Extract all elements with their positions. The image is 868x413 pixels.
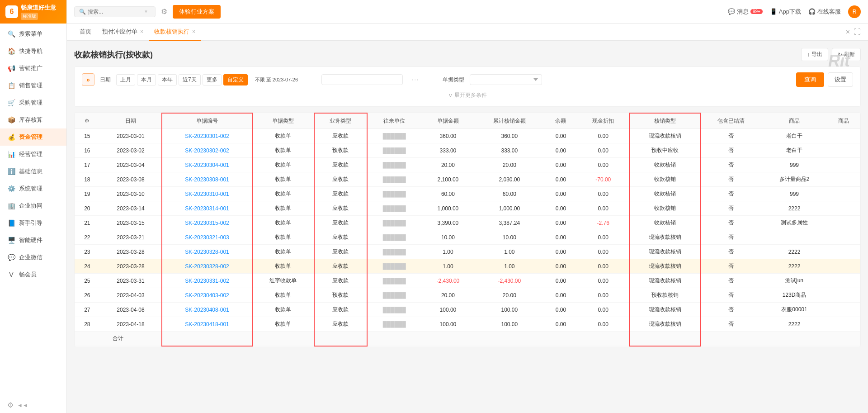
bill-no-link[interactable]: SK-20230315-002 [185, 220, 229, 226]
search-input[interactable] [88, 9, 142, 15]
table-row: 21 2023-03-15 SK-20230315-002 收款单 应收款 ██… [75, 216, 860, 230]
page-title: 收款核销执行(按收款) [74, 49, 153, 60]
sidebar-label-wechat: 企业微信 [19, 253, 42, 261]
app-logo-icon: 6 [5, 5, 18, 18]
cell-bill-type: 收款单 [252, 259, 314, 274]
bill-no-link[interactable]: SK-20230331-002 [185, 278, 229, 284]
cell-cash-discount: 0.00 [577, 317, 629, 332]
cell-biz-type: 应收款 [314, 129, 367, 143]
cell-writeoff-type: 现流收款核销 [629, 317, 700, 332]
date-option-更多[interactable]: 更多 [203, 74, 222, 85]
sidebar-label-system: 系统管理 [19, 185, 42, 193]
bill-no-link[interactable]: SK-20230314-001 [185, 205, 229, 212]
col-include-cleared: 包含已结清 [700, 113, 761, 129]
total-bill-no [162, 332, 252, 346]
sidebar-item-basic[interactable]: ℹ️ 基础信息 [0, 163, 66, 180]
filter-more-dots: ··· [412, 76, 419, 83]
tab-pending[interactable]: 预付冲应付单× [97, 24, 149, 41]
sidebar-item-guide[interactable]: 📘 新手引导 [0, 214, 66, 232]
cell-goods: 2222 [762, 201, 827, 216]
table-row: 16 2023-03-02 SK-20230302-002 收款单 预收款 ██… [75, 143, 860, 158]
sidebar-item-member[interactable]: V 畅会员 [0, 266, 66, 283]
notification-item[interactable]: 💬 消息 99+ [728, 8, 763, 16]
app-download-label: App下载 [779, 8, 801, 16]
table-row: 19 2023-03-10 SK-20230310-001 收款单 应收款 ██… [75, 187, 860, 201]
sidebar-label-guide: 新手引导 [19, 219, 42, 227]
column-settings-icon[interactable]: ⚙ [85, 118, 90, 124]
window-close-icon[interactable]: × [846, 28, 850, 36]
industry-solution-button[interactable]: 体验行业方案 [173, 5, 221, 19]
bill-no-link[interactable]: SK-20230328-002 [185, 263, 229, 270]
bill-type-select[interactable] [470, 74, 542, 85]
bill-no-link[interactable]: SK-20230304-001 [185, 162, 229, 168]
sidebar-item-inventory[interactable]: 📦 库存核算 [0, 111, 66, 128]
cell-date: 2023-03-08 [100, 172, 162, 187]
col-settings[interactable]: ⚙ [75, 113, 100, 129]
col-biz-type: 业务类型 [314, 113, 367, 129]
notification-icon: 💬 [728, 8, 735, 15]
tab-collection[interactable]: 收款核销执行× [149, 24, 201, 41]
sidebar-item-purchase[interactable]: 🛒 采购管理 [0, 94, 66, 111]
bill-no-link[interactable]: SK-20230310-001 [185, 191, 229, 197]
date-custom-button[interactable]: 自定义 [223, 74, 248, 85]
sidebar-item-operations[interactable]: 📊 经营管理 [0, 146, 66, 163]
cell-goods2 [827, 259, 860, 274]
cell-written-off: 10.00 [475, 230, 544, 245]
bill-no-link[interactable]: SK-20230403-002 [185, 292, 229, 299]
bill-no-link[interactable]: SK-20230321-003 [185, 234, 229, 241]
bill-no-link[interactable]: SK-20230302-002 [185, 147, 229, 154]
sidebar-label-inventory: 库存核算 [19, 116, 42, 124]
bill-no-link[interactable]: SK-20230408-001 [185, 307, 229, 313]
cell-written-off: 2,030.00 [475, 172, 544, 187]
filter-expand[interactable]: ∨ 展开更多条件 [82, 90, 853, 101]
bill-no-link[interactable]: SK-20230328-001 [185, 249, 229, 255]
cell-balance: 0.00 [544, 216, 577, 230]
sidebar-item-marketing[interactable]: 📢 营销推广 [0, 60, 66, 77]
date-option-上月[interactable]: 上月 [116, 74, 135, 85]
sidebar-label-enterprise: 企业协同 [19, 202, 42, 210]
sidebar-item-system[interactable]: ⚙️ 系统管理 [0, 180, 66, 197]
tab-close-collection[interactable]: × [192, 28, 195, 35]
cell-bill-type: 收款单 [252, 303, 314, 317]
sidebar-item-search[interactable]: 🔍 搜索菜单 [0, 25, 66, 43]
sidebar-item-enterprise[interactable]: 🏢 企业协同 [0, 197, 66, 214]
bill-no-link[interactable]: SK-20230308-001 [185, 176, 229, 183]
online-service-item[interactable]: 🎧 在线客服 [808, 8, 841, 16]
export-button[interactable]: ↑ 导出 [801, 48, 828, 61]
topbar-gear-icon[interactable]: ⚙ [161, 7, 167, 16]
bill-no-link[interactable]: SK-20230418-001 [185, 321, 229, 328]
cell-biz-type: 预收款 [314, 288, 367, 303]
table-row: 23 2023-03-28 SK-20230328-001 收款单 应收款 ██… [75, 245, 860, 259]
user-avatar[interactable]: R [848, 5, 861, 18]
filter-toggle-button[interactable]: » [82, 73, 94, 86]
notification-badge: 99+ [750, 9, 763, 14]
tab-home[interactable]: 首页 [74, 24, 97, 41]
date-option-本年[interactable]: 本年 [158, 74, 177, 85]
date-option-近7天[interactable]: 近7天 [179, 74, 201, 85]
topbar-search[interactable]: 🔍 ▼ [74, 6, 156, 17]
sidebar-item-wechat[interactable]: 💬 企业微信 [0, 249, 66, 266]
bill-no-link[interactable]: SK-20230301-002 [185, 133, 229, 139]
tab-close-pending[interactable]: × [140, 28, 143, 35]
cell-include-cleared: 否 [700, 187, 761, 201]
query-button[interactable]: 查询 [796, 72, 824, 87]
sidebar-item-sales[interactable]: 📋 销售管理 [0, 77, 66, 94]
collapse-icon[interactable]: ◄◄ [17, 402, 28, 408]
sidebar-item-quicknav[interactable]: 🏠 快捷导航 [0, 43, 66, 60]
sidebar-label-operations: 经营管理 [19, 150, 42, 158]
total-amount [421, 332, 475, 346]
filter-settings-button[interactable]: 设置 [828, 72, 853, 87]
col-date: 日期 [100, 113, 162, 129]
window-expand-icon[interactable]: ⛶ [854, 28, 861, 36]
cell-balance: 0.00 [544, 230, 577, 245]
sidebar-item-finance[interactable]: 💰 资金管理 [0, 128, 66, 146]
sidebar-label-marketing: 营销推广 [19, 64, 42, 72]
settings-icon[interactable]: ⚙ [7, 401, 14, 409]
date-option-本月[interactable]: 本月 [137, 74, 156, 85]
cell-goods2 [827, 230, 860, 245]
sidebar-item-hardware[interactable]: 🖥️ 智能硬件 [0, 232, 66, 249]
cell-goods: 2222 [762, 317, 827, 332]
counterparty-input[interactable] [321, 74, 403, 85]
app-download-item[interactable]: 📱 App下载 [770, 8, 801, 16]
col-bill-no: 单据编号 [162, 113, 252, 129]
